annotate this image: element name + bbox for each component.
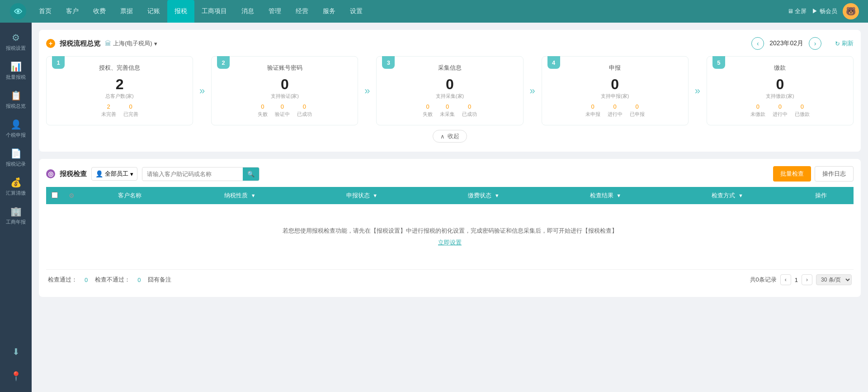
step4-sub: 支持申报(家) [547, 93, 683, 100]
org-icon: 🏛 [105, 40, 111, 47]
filter-icon-1[interactable]: ▼ [251, 193, 256, 198]
nav-bookkeeping[interactable]: 记账 [140, 0, 167, 23]
stat-value: 0 [613, 103, 617, 110]
operation-log-button[interactable]: 操作日志 [815, 166, 854, 182]
table-body: 若您想使用报税检查功能，请先在【报税设置】中进行报税的初化设置，完成密码验证和信… [46, 204, 854, 270]
employee-selector[interactable]: 👤 全部员工 ▾ [91, 167, 137, 181]
stat-item: 0 进行中 [608, 103, 623, 118]
nav-settings[interactable]: 设置 [343, 0, 370, 23]
col-tax-nature: 纳税性质 ▼ [179, 187, 301, 204]
collapse-btn[interactable]: ∧ 收起 [433, 130, 467, 143]
step-badge-2: 2 [217, 56, 230, 69]
prev-month-btn[interactable]: ‹ [751, 37, 764, 50]
step1-title: 授权、完善信息 [52, 64, 187, 72]
stat-label: 已申报 [630, 111, 645, 118]
column-settings-icon[interactable]: ⚙ [69, 192, 75, 199]
sidebar-download-btn[interactable]: ⬇ [0, 340, 32, 363]
chevron-up-icon: ∧ [440, 133, 445, 140]
top-right-actions: 🖥 全屏 ▶ 畅会员 🐻 [788, 3, 859, 19]
stat-item: 0 失败 [258, 103, 268, 118]
stat-label: 进行中 [773, 111, 788, 118]
fail-value[interactable]: 0 [137, 277, 141, 283]
month-navigation: ‹ 2023年02月 › [751, 37, 821, 50]
nav-biz[interactable]: 工商项目 [194, 0, 234, 23]
nav-manage[interactable]: 管理 [261, 0, 288, 23]
pass-label: 检查通过： [48, 276, 77, 284]
col-name: 客户名称 [80, 187, 179, 204]
vip-btn[interactable]: ▶ 畅会员 [812, 7, 837, 15]
nav-service[interactable]: 服务 [316, 0, 343, 23]
tax-overview-icon: 📋 [10, 90, 22, 101]
stat-label: 已成功 [297, 111, 312, 118]
step4-stats: 0 未申报 0 进行中 0 已申报 [547, 103, 683, 118]
sidebar-item-annual-report[interactable]: 🏢 工商年报 [0, 201, 32, 230]
nav-customer[interactable]: 客户 [59, 0, 86, 23]
tax-office-selector[interactable]: 🏛 上海(电子税局) ▾ [105, 39, 157, 48]
step5-sub: 支持缴款(家) [712, 93, 848, 100]
stat-label: 已成功 [462, 111, 477, 118]
nav-tax[interactable]: 报税 [167, 0, 194, 23]
stat-value: 0 [468, 103, 471, 110]
flow-card-1: 1 授权、完善信息 2 总客户数(家) 2 未完善 0 已完善 [46, 56, 193, 125]
step1-number: 2 [52, 76, 187, 93]
next-page-btn[interactable]: › [802, 274, 812, 285]
refresh-btn[interactable]: ↻ 刷新 [835, 39, 854, 48]
check-card: ◎ 报税检查 👤 全部员工 ▾ 🔍 批量检查 操作日志 [39, 159, 861, 297]
sidebar-location-btn[interactable]: 📍 [0, 365, 32, 387]
stat-value: 0 [261, 103, 264, 110]
search-button[interactable]: 🔍 [243, 167, 259, 181]
col-check-method: 检查方式 ▼ [666, 187, 788, 204]
step4-number: 0 [547, 76, 683, 93]
total-records: 共0条记录 [750, 276, 777, 284]
sidebar-item-settlement[interactable]: 💰 汇算清缴 [0, 172, 32, 201]
nav-operation[interactable]: 经营 [288, 0, 316, 23]
nav-fee[interactable]: 收费 [86, 0, 113, 23]
step1-stats: 2 未完善 0 已完善 [52, 103, 187, 118]
nav-message[interactable]: 消息 [234, 0, 261, 23]
select-all-checkbox[interactable] [52, 192, 58, 198]
next-month-btn[interactable]: › [809, 37, 821, 50]
refresh-icon: ↻ [835, 40, 840, 47]
overview-title: 报税流程总览 [60, 39, 100, 48]
step5-stats: 0 未缴款 0 进行中 0 已缴款 [712, 103, 848, 118]
nav-home[interactable]: 首页 [32, 0, 59, 23]
nav-invoice[interactable]: 票据 [113, 0, 140, 23]
check-table: ⚙ 客户名称 纳税性质 ▼ 申报状态 ▼ [46, 187, 854, 270]
flow-card-3: 3 采集信息 0 支持采集(家) 0 失败 0 未采集 0 已成功 [376, 56, 523, 125]
batch-check-button[interactable]: 批量检查 [773, 166, 811, 182]
overview-header: + 报税流程总览 🏛 上海(电子税局) ▾ ‹ 2023年02月 › ↻ 刷新 [46, 37, 854, 50]
sidebar-item-batch-tax[interactable]: 📊 批量报税 [0, 56, 32, 85]
user-avatar[interactable]: 🐻 [843, 3, 859, 19]
app-logo [5, 3, 32, 19]
arrow-3: » [524, 56, 542, 125]
fullscreen-btn[interactable]: 🖥 全屏 [788, 7, 807, 15]
employee-icon: 👤 [95, 170, 103, 177]
first-page-btn[interactable]: ‹ [780, 274, 791, 285]
stat-label: 验证中 [275, 111, 290, 118]
sidebar-item-tax-overview[interactable]: 📋 报税总览 [0, 85, 32, 114]
step3-stats: 0 失败 0 未采集 0 已成功 [382, 103, 517, 118]
sidebar-item-tax-settings[interactable]: ⚙ 报税设置 [0, 27, 32, 56]
table-header: ⚙ 客户名称 纳税性质 ▼ 申报状态 ▼ [46, 187, 854, 204]
search-input[interactable] [142, 168, 243, 180]
stat-item: 0 已成功 [462, 103, 477, 118]
filter-icon-5[interactable]: ▼ [738, 193, 743, 198]
stat-label: 未采集 [440, 111, 455, 118]
tax-settings-icon: ⚙ [12, 32, 20, 43]
stat-label: 已完善 [123, 111, 138, 118]
step5-title: 缴款 [712, 64, 848, 72]
filter-icon-3[interactable]: ▼ [495, 193, 500, 198]
stat-label: 未申报 [585, 111, 600, 118]
per-page-select[interactable]: 30 条/页 [816, 274, 852, 285]
step5-number: 0 [712, 76, 848, 93]
stat-value: 0 [778, 103, 782, 110]
step2-sub: 支持验证(家) [217, 93, 352, 100]
filter-icon-4[interactable]: ▼ [616, 193, 621, 198]
pass-value[interactable]: 0 [85, 277, 88, 283]
filter-icon-2[interactable]: ▼ [373, 193, 377, 198]
sidebar-item-personal-tax[interactable]: 👤 个税申报 [0, 114, 32, 143]
setup-link[interactable]: 立即设置 [438, 239, 462, 247]
step3-sub: 支持采集(家) [382, 93, 517, 100]
sidebar-item-tax-record[interactable]: 📄 报税记录 [0, 143, 32, 172]
table-footer: 检查通过： 0 检查不通过： 0 囧有备注 共0条记录 ‹ 1 › 30 条/页 [46, 270, 854, 290]
